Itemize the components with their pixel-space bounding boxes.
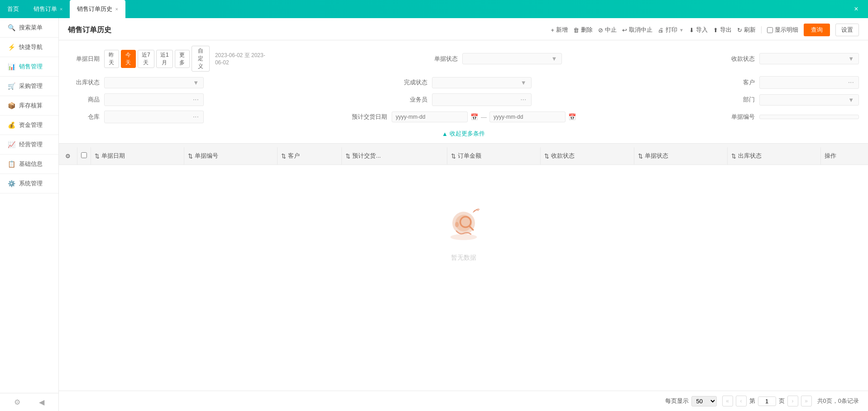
customer-input-area[interactable]: ··· [759,76,859,89]
th-actions-label: 操作 [825,152,836,159]
page-prev-btn[interactable]: ‹ [736,396,747,406]
total-info: 共0页，0条记录 [817,397,859,405]
cal-end-icon[interactable]: 📅 [568,113,576,121]
complete-chevron: ▼ [521,79,527,86]
sidebar-settings-icon[interactable]: ⚙ [14,398,20,406]
th-expected-delivery-sort[interactable]: ⇅ [345,153,350,160]
sidebar-item-operations[interactable]: 📈 经营管理 [0,135,58,155]
basic-info-icon: 📋 [7,160,15,168]
th-customer: ⇅ 客户 [277,147,341,165]
settings-gear-icon[interactable]: ⚙ [65,153,71,160]
sidebar-item-sales[interactable]: 📊 销售管理 [0,57,58,77]
expected-date-start[interactable] [392,111,468,122]
tab-sales-order[interactable]: 销售订单 × [26,0,70,18]
btn-stop-label: 中止 [605,26,617,34]
th-doc-date-sort[interactable]: ⇅ [95,153,100,160]
complete-select[interactable]: ▼ [432,77,532,88]
btn-export[interactable]: ⬆ 导出 [713,26,732,34]
btn-refresh[interactable]: ↻ 刷新 [737,26,756,34]
sidebar-item-finance-label: 资金管理 [19,121,43,129]
sidebar-collapse-icon[interactable]: ◀ [39,398,44,406]
tab-sales-order-history[interactable]: 销售订单历史 × [70,0,125,18]
th-doc-number-sort[interactable]: ⇅ [188,153,193,160]
print-chevron: ▼ [679,28,684,33]
th-checkbox[interactable] [77,147,91,165]
date-btn-more[interactable]: 更多 [175,50,190,68]
th-receipt-status-sort[interactable]: ⇅ [544,153,549,160]
export-icon: ⬆ [713,27,718,34]
product-dots[interactable]: ··· [193,96,199,104]
topbar-window-close[interactable]: × [852,5,861,14]
date-btn-1month[interactable]: 近1月 [156,50,173,68]
btn-new[interactable]: + 新增 [551,26,568,34]
salesperson-label: 业务员 [396,96,432,104]
btn-print[interactable]: 🖨 打印 ▼ [658,26,684,34]
date-btn-7days[interactable]: 近7天 [138,50,154,68]
collapse-row[interactable]: ▲ 收起更多条件 [68,128,859,138]
display-detail-control[interactable]: 显示明细 [767,26,798,34]
sidebar-item-quicknav[interactable]: ⚡ 快捷导航 [0,38,58,57]
table-header-row: ⚙ ⇅ 单据日期 ⇅ [59,147,868,165]
salesperson-input-area[interactable]: ··· [432,93,532,106]
th-doc-status-sort[interactable]: ⇅ [638,153,643,160]
dept-select[interactable]: ▼ [759,94,859,106]
warehouse-dots[interactable]: ··· [193,113,199,121]
topbar-tabs: 首页 销售订单 × 销售订单历史 × [0,0,852,18]
expected-date-end[interactable] [489,111,566,122]
btn-delete[interactable]: 🗑 删除 [573,26,593,34]
btn-stop[interactable]: ⊘ 中止 [598,26,617,34]
tab-home[interactable]: 首页 [0,0,26,18]
th-order-amount-sort[interactable]: ⇅ [451,153,456,160]
th-outbound-status-sort[interactable]: ⇅ [731,153,736,160]
table-area: ⚙ ⇅ 单据日期 ⇅ [59,147,868,391]
sidebar-item-inventory[interactable]: 📦 库存核算 [0,96,58,116]
toolbar: + 新增 🗑 删除 ⊘ 中止 ↩ 取消中止 🖨 打印 [551,24,859,36]
page-first-btn[interactable]: « [722,396,733,406]
sidebar-item-basic-info-label: 基础信息 [19,160,43,168]
date-btn-today[interactable]: 今天 [121,50,136,68]
sidebar-item-purchase[interactable]: 🛒 采购管理 [0,77,58,96]
doc-status-select[interactable]: ▼ [462,53,562,64]
product-input-area[interactable]: ··· [104,93,204,106]
page-last-btn[interactable]: » [801,396,812,406]
sidebar-item-quicknav-label: 快捷导航 [19,43,43,51]
warehouse-input-area[interactable]: ··· [104,111,204,123]
expected-date-label: 预计交货日期 [351,113,392,121]
customer-dots[interactable]: ··· [848,78,854,87]
query-button[interactable]: 查询 [804,24,830,36]
cal-start-icon[interactable]: 📅 [470,113,478,121]
doc-number-input[interactable] [759,115,859,119]
settings-button[interactable]: 设置 [835,24,859,36]
product-label: 商品 [68,96,104,104]
date-btn-custom[interactable]: 自定义 [192,46,210,72]
sidebar-item-basic-info[interactable]: 📋 基础信息 [0,155,58,174]
th-settings[interactable]: ⚙ [59,147,77,165]
tab-sales-order-close[interactable]: × [60,6,62,12]
stop-icon: ⊘ [598,27,603,34]
display-detail-label: 显示明细 [775,26,798,34]
page-size-select[interactable]: 10 20 50 100 [691,396,717,406]
display-detail-checkbox[interactable] [767,27,773,33]
page-next-btn[interactable]: › [787,396,798,406]
th-receipt-status-label: 收款状态 [551,152,575,160]
page-number-input[interactable] [758,396,776,406]
date-label: 单据日期 [68,55,104,63]
btn-cancel-stop[interactable]: ↩ 取消中止 [622,26,652,34]
sidebar-item-system[interactable]: ⚙️ 系统管理 [0,174,58,193]
salesperson-dots[interactable]: ··· [520,96,526,104]
th-customer-sort[interactable]: ⇅ [281,153,286,160]
empty-state: 暂无数据 [59,165,868,298]
date-btn-yesterday[interactable]: 昨天 [104,50,119,68]
sidebar-item-search[interactable]: 🔍 搜索菜单 [0,18,58,38]
btn-cancel-stop-label: 取消中止 [629,26,652,34]
quicknav-icon: ⚡ [7,44,15,51]
tab-sales-order-history-close[interactable]: × [115,6,118,12]
date-separator: — [481,114,487,121]
outbound-select[interactable]: ▼ [104,77,204,88]
receipt-status-select[interactable]: ▼ [759,53,859,64]
new-icon: + [551,27,555,34]
select-all-checkbox[interactable] [81,152,87,158]
footer: 每页显示 10 20 50 100 « ‹ 第 页 › » 共0页，0条记录 [59,391,868,411]
sidebar-item-finance[interactable]: 💰 资金管理 [0,116,58,135]
btn-import[interactable]: ⬇ 导入 [689,26,708,34]
